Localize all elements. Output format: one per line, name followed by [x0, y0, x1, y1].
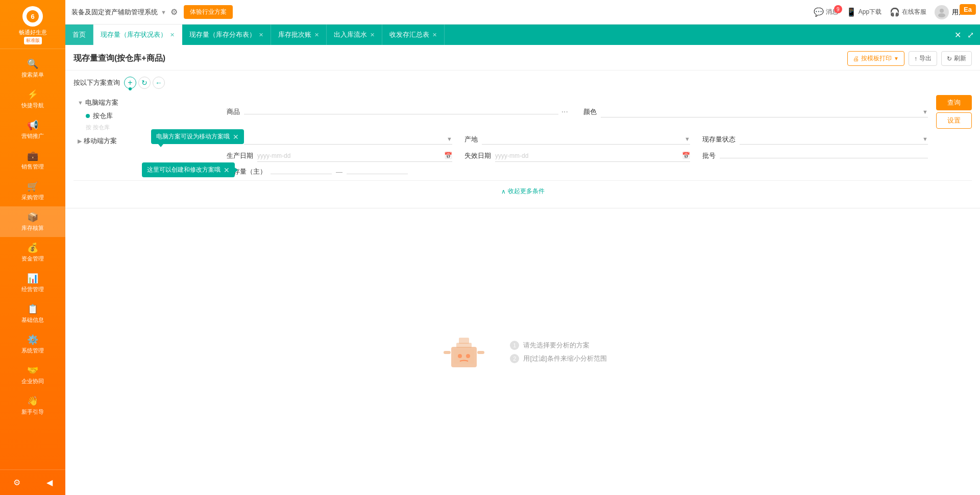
sidebar-item-quicknav[interactable]: ⚡ 快捷导航 — [0, 84, 65, 114]
tab-inventory-status-label: 现存量（库存状况表） — [101, 30, 167, 39]
empty-step-2: 2 用[过滤]条件来缩小分析范围 — [510, 354, 606, 363]
header-actions: 💬 消息 9 📱 App下载 🎧 在线客服 用户 ▼ — [814, 5, 974, 19]
stock-status-label: 现存量状态 — [702, 135, 736, 144]
expire-date-calendar[interactable]: 📅 — [682, 152, 690, 159]
sidebar-item-inventory[interactable]: 📦 库存核算 — [0, 206, 65, 237]
back-scheme-btn[interactable]: ← — [153, 77, 165, 89]
tab-maximize[interactable]: ⤢ — [965, 29, 976, 41]
sidebar-item-system[interactable]: ⚙️ 系统管理 — [0, 329, 65, 360]
filter-fields: 商品 ··· 颜色 ▼ 查询 设置 — [227, 95, 972, 176]
tooltip-arrow-down — [158, 144, 163, 147]
filter-row-3: 生产日期 yyyy-mm-dd 📅 失效日期 yyyy-mm-dd 📅 — [227, 150, 972, 162]
logo-text: 畅通好生意 — [19, 29, 47, 36]
sidebar-item-marketing[interactable]: 📢 营销推广 — [0, 114, 65, 145]
sidebar-item-sales[interactable]: 💼 销售管理 — [0, 145, 65, 176]
search-icon: 🔍 — [27, 58, 38, 69]
tab-inventory-dist-close[interactable]: ✕ — [259, 32, 263, 38]
sidebar-item-newbie[interactable]: 👋 新手引导 — [0, 390, 65, 421]
collapse-arrow: ∧ — [501, 188, 506, 195]
sidebar-item-operations[interactable]: 📊 经营管理 — [0, 268, 65, 298]
set-btn[interactable]: 设置 — [936, 112, 972, 129]
tab-close-all[interactable]: ✕ — [952, 29, 963, 41]
refresh-btn[interactable]: ↻ 刷新 — [941, 51, 972, 66]
expire-date-placeholder: yyyy-mm-dd — [495, 152, 528, 159]
tab-inventory-dist-label: 现存量（库存分布表） — [189, 30, 256, 39]
svg-point-6 — [458, 354, 462, 358]
sidebar-item-finance[interactable]: 💰 资金管理 — [0, 237, 65, 268]
filter-origin: 产地 ▼ — [464, 134, 690, 145]
header: 装备及固定资产辅助管理系统 ▼ ⚙ 体验行业方案 💬 消息 9 📱 App下载 … — [65, 0, 980, 25]
tab-batch-ledger-close[interactable]: ✕ — [314, 32, 319, 38]
message-icon: 💬 — [814, 7, 824, 17]
tab-bar: 首页 现存量（库存状况表） ✕ 现存量（库存分布表） ✕ 库存批次账 ✕ 出入库… — [65, 25, 980, 45]
system-dropdown-arrow[interactable]: ▼ — [161, 9, 166, 15]
online-support-btn[interactable]: 🎧 在线客服 — [890, 7, 926, 17]
tab-inventory-status-close[interactable]: ✕ — [170, 32, 175, 38]
filter-batch: 批号 — [702, 151, 928, 160]
content-area: 1 请先选择要分析的方案 2 用[过滤]条件来缩小分析范围 — [65, 208, 980, 495]
tab-inventory-status[interactable]: 现存量（库存状况表） ✕ — [93, 25, 182, 45]
sidebar-item-enterprise[interactable]: 🤝 企业协同 — [0, 360, 65, 390]
sidebar-item-search[interactable]: 🔍 搜索菜单 — [0, 53, 65, 84]
goods-more[interactable]: ··· — [558, 107, 571, 116]
pc-sub-scheme-item[interactable]: 按仓库 — [74, 109, 165, 123]
headset-icon: 🎧 — [890, 7, 900, 17]
tab-collect-send-label: 收发存汇总表 — [389, 30, 429, 39]
tab-inout-flow[interactable]: 出入库流水 ✕ — [327, 25, 382, 45]
sidebar-item-purchase[interactable]: 🛒 采购管理 — [0, 176, 65, 206]
sidebar-settings-btn[interactable]: ⚙ — [11, 475, 23, 490]
tab-batch-ledger[interactable]: 库存批次账 ✕ — [271, 25, 327, 45]
basic-icon: 📋 — [27, 303, 38, 315]
header-settings-btn[interactable]: ⚙ — [170, 7, 178, 17]
tooltip-arrow-right — [235, 168, 238, 173]
empty-icon — [438, 326, 489, 378]
produce-date-calendar[interactable]: 📅 — [444, 152, 452, 159]
page-header: 现存量查询(按仓库+商品) 🖨 按模板打印 ▼ ↑ 导出 ↻ 刷新 — [65, 45, 980, 70]
svg-rect-9 — [477, 351, 484, 354]
enterprise-icon: 🤝 — [27, 365, 38, 376]
produce-date-label: 生产日期 — [227, 151, 253, 160]
tab-collect-send[interactable]: 收发存汇总表 ✕ — [382, 25, 445, 45]
add-tooltip-close[interactable]: ✕ — [233, 133, 239, 141]
system-name: 装备及固定资产辅助管理系统 ▼ — [71, 8, 166, 17]
origin-label: 产地 — [464, 135, 478, 144]
mobile-icon: 📱 — [846, 7, 856, 17]
tab-inventory-dist[interactable]: 现存量（库存分布表） ✕ — [182, 25, 271, 45]
stock-range-sep: — — [336, 168, 342, 176]
mobile-scheme-expand: ▶ — [78, 138, 82, 145]
trial-btn[interactable]: 体验行业方案 — [184, 5, 233, 19]
print-dropdown-arrow: ▼ — [894, 56, 899, 61]
tab-inout-flow-close[interactable]: ✕ — [370, 32, 375, 38]
export-icon: ↑ — [914, 55, 917, 62]
sidebar: 6 畅通好生意 标准版 🔍 搜索菜单 ⚡ 快捷导航 📢 营销推广 💼 销售管理 … — [0, 0, 65, 495]
pc-scheme-item[interactable]: ▼ 电脑端方案 — [74, 96, 165, 109]
stock-main-to[interactable] — [347, 170, 408, 174]
operations-icon: 📊 — [27, 273, 38, 284]
expire-date-label: 失效日期 — [464, 151, 491, 160]
sidebar-collapse-btn[interactable]: ◀ — [44, 475, 55, 490]
message-btn[interactable]: 💬 消息 9 — [814, 7, 838, 17]
sidebar-footer: ⚙ ◀ — [0, 469, 65, 495]
page-title: 现存量查询(按仓库+商品) — [74, 53, 165, 64]
pc-scheme-expand: ▼ — [78, 100, 83, 106]
export-btn[interactable]: ↑ 导出 — [909, 51, 937, 66]
collapse-more-btn[interactable]: ∧ 收起更多条件 — [501, 184, 545, 199]
sidebar-nav: 🔍 搜索菜单 ⚡ 快捷导航 📢 营销推广 💼 销售管理 🛒 采购管理 📦 库存核… — [0, 49, 65, 469]
message-badge: 9 — [834, 5, 842, 13]
quicknav-icon: ⚡ — [27, 89, 38, 100]
edit-tooltip-close[interactable]: ✕ — [224, 166, 230, 174]
tab-collect-send-close[interactable]: ✕ — [432, 32, 437, 38]
ea-badge: Ea — [960, 4, 976, 15]
refresh-scheme-btn[interactable]: ↻ — [138, 77, 151, 89]
tab-home[interactable]: 首页 — [65, 25, 93, 45]
filter-area-title: 按以下方案查询 — [74, 78, 120, 87]
main-content: 现存量查询(按仓库+商品) 🖨 按模板打印 ▼ ↑ 导出 ↻ 刷新 — [65, 45, 980, 495]
empty-state: 1 请先选择要分析的方案 2 用[过滤]条件来缩小分析范围 — [438, 326, 606, 378]
sidebar-item-basic[interactable]: 📋 基础信息 — [0, 298, 65, 329]
stock-main-from[interactable] — [271, 170, 332, 174]
app-download-btn[interactable]: 📱 App下载 — [846, 7, 881, 17]
filter-area: 按以下方案查询 + ↻ ← 电脑方案可设为移动方案哦 ✕ — [65, 70, 980, 208]
svg-rect-5 — [454, 349, 474, 364]
template-print-btn[interactable]: 🖨 按模板打印 ▼ — [847, 51, 904, 66]
search-btn[interactable]: 查询 — [936, 95, 972, 110]
